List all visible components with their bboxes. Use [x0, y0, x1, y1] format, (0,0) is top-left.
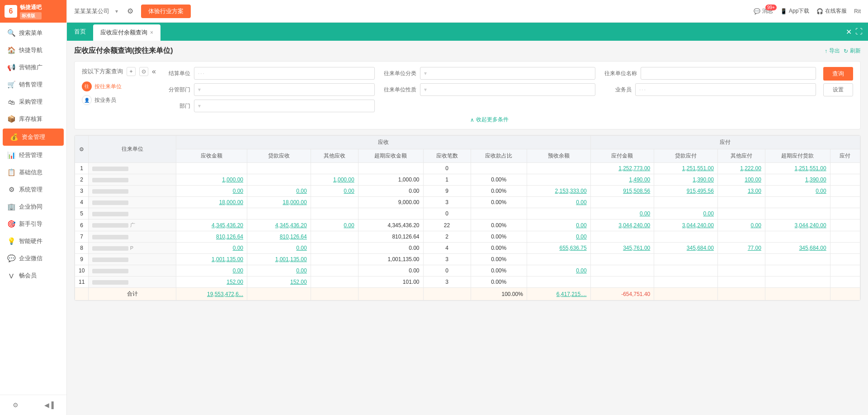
- sidebar-item-system[interactable]: ⚙系统管理: [0, 181, 66, 198]
- cell-ap-overdue-7[interactable]: 345,684.00: [765, 243, 830, 254]
- cell-ar-amount-3[interactable]: 18,000.00: [176, 197, 247, 208]
- total-ar-amount[interactable]: 19,553,472,6...: [176, 288, 247, 301]
- cell-ar-loan-9[interactable]: 0.00: [247, 265, 311, 277]
- export-btn[interactable]: ↑ 导出: [825, 47, 840, 55]
- header-company-dropdown[interactable]: ▾: [112, 7, 121, 16]
- tab-ar-query[interactable]: 应收应付余额查询 ×: [93, 24, 160, 41]
- sidebar-item-finance[interactable]: 💰资金管理: [3, 129, 64, 146]
- cell-ap-amount-4[interactable]: 0.00: [590, 208, 654, 219]
- header-msg-btn[interactable]: 💬 消息 99+: [754, 7, 773, 15]
- cell-ap-amount-2[interactable]: 915,508.56: [590, 186, 654, 197]
- cell-ar-loan-2[interactable]: 0.00: [247, 186, 311, 197]
- cell-ap-other-7[interactable]: 77.00: [717, 243, 765, 254]
- cell-ar-amount-6[interactable]: 810,126.64: [176, 231, 247, 243]
- cell-ap-other-0[interactable]: 1,222.00: [717, 163, 765, 174]
- cell-ap-overdue-2[interactable]: 0.00: [765, 186, 830, 197]
- header-gear-icon[interactable]: ⚙: [124, 5, 137, 18]
- cell-ar-prepaid-9[interactable]: 0.00: [527, 265, 590, 277]
- cell-ap-overdue-1[interactable]: 1,390.00: [765, 174, 830, 186]
- cell-ap-amount-0[interactable]: 1,252,773.00: [590, 163, 654, 174]
- cell-ap-loan-0[interactable]: 1,251,551.00: [654, 163, 718, 174]
- cell-ap-amount-1[interactable]: 1,490.00: [590, 174, 654, 186]
- cell-ap-overdue-5[interactable]: 3,044,240.00: [765, 219, 830, 231]
- query-btn[interactable]: 查询: [823, 67, 853, 81]
- header-service-btn[interactable]: 🎧 在线客服: [816, 7, 847, 15]
- cell-ar-loan-3[interactable]: 18,000.00: [247, 197, 311, 208]
- header-cta-button[interactable]: 体验行业方案: [141, 5, 191, 18]
- tab-close-btn[interactable]: ×: [150, 29, 153, 36]
- sidebar-item-sales[interactable]: 🛒销售管理: [0, 76, 66, 93]
- filter-by-staff[interactable]: 👤 按业务员: [82, 95, 156, 105]
- field-partner-name-input[interactable]: [641, 67, 816, 80]
- sidebar-item-guide[interactable]: 🎯新手引导: [0, 215, 66, 233]
- sidebar-item-inventory[interactable]: 📦库存核算: [0, 110, 66, 128]
- cell-ar-amount-10[interactable]: 152.00: [176, 277, 247, 288]
- field-dept-input[interactable]: ▾: [194, 83, 375, 96]
- sidebar-item-enterprise[interactable]: 🏢企业协同: [0, 198, 66, 215]
- logo-badge: 标准版: [20, 12, 42, 19]
- cell-ar-amount-9[interactable]: 0.00: [176, 265, 247, 277]
- field-department-input[interactable]: ▾: [194, 100, 375, 112]
- cell-ap-loan-2[interactable]: 915,495.56: [654, 186, 718, 197]
- cell-ar-amount-7[interactable]: 0.00: [176, 243, 247, 254]
- cell-ap-overdue-0[interactable]: 1,251,551.00: [765, 163, 830, 174]
- sidebar-item-purchase[interactable]: 🛍采购管理: [0, 93, 66, 110]
- tab-close-window-btn[interactable]: ✕: [846, 28, 852, 36]
- sidebar-item-basic-info[interactable]: 📋基础信息: [0, 164, 66, 181]
- total-ar-prepaid[interactable]: 6,417,215....: [527, 288, 590, 301]
- cell-ap-amount-7[interactable]: 345,761.00: [590, 243, 654, 254]
- field-partner-nature-input[interactable]: ▾: [420, 83, 595, 96]
- cell-ar-loan-10[interactable]: 152.00: [247, 277, 311, 288]
- cell-ap-loan-5[interactable]: 3,044,240.00: [654, 219, 718, 231]
- search-add-btn[interactable]: +: [127, 67, 136, 76]
- cell-ap-amount-5[interactable]: 3,044,240.00: [590, 219, 654, 231]
- sidebar-item-wechat[interactable]: 💬企业微信: [0, 250, 66, 267]
- cell-ar-prepaid-5[interactable]: 0.00: [527, 219, 590, 231]
- cell-ar-other-1[interactable]: 1,000.00: [311, 174, 358, 186]
- field-staff-input[interactable]: ···: [635, 83, 816, 96]
- cell-ar-loan-5[interactable]: 4,345,436.20: [247, 219, 311, 231]
- cell-ar-amount-2[interactable]: 0.00: [176, 186, 247, 197]
- cell-ar-amount-8[interactable]: 1,001,135.00: [176, 254, 247, 265]
- cell-ar-prepaid-3[interactable]: 0.00: [527, 197, 590, 208]
- cell-ar-prepaid-6[interactable]: 0.00: [527, 231, 590, 243]
- field-partner-cat-arrow: ▾: [424, 70, 427, 76]
- sidebar-settings-btn[interactable]: ⚙: [8, 399, 23, 411]
- header-user-btn[interactable]: Rit: [854, 8, 861, 14]
- tab-expand-btn[interactable]: ⛶: [855, 28, 863, 36]
- cell-ar-loan-6[interactable]: 810,126.64: [247, 231, 311, 243]
- collapse-more-btn[interactable]: ∧ 收起更多条件: [163, 116, 816, 124]
- search-settings-icon[interactable]: ⊙: [139, 67, 148, 76]
- header-app-btn[interactable]: 📱 App下载: [780, 7, 809, 15]
- cell-ar-loan-7[interactable]: 0.00: [247, 243, 311, 254]
- cell-ap-other-5[interactable]: 0.00: [717, 219, 765, 231]
- cell-ar-amount-1[interactable]: 1,000.00: [176, 174, 247, 186]
- sidebar-collapse-btn[interactable]: ◀▐: [40, 399, 58, 411]
- tab-home[interactable]: 首页: [67, 23, 93, 41]
- th-settings[interactable]: ⚙: [75, 136, 89, 163]
- settings-btn[interactable]: 设置: [823, 83, 853, 96]
- table-col-header-row: 应收金额 贷款应收 其他应收 超期应收金额 应收笔数 应收款占比 预收余额 应付…: [75, 149, 860, 163]
- sidebar-item-quick-nav[interactable]: 🏠快捷导航: [0, 42, 66, 59]
- cell-ar-loan-8[interactable]: 1,001,135.00: [247, 254, 311, 265]
- sidebar-item-search[interactable]: 🔍搜索菜单: [0, 24, 66, 42]
- cell-ap-loan-7[interactable]: 345,684.00: [654, 243, 718, 254]
- sidebar-item-member[interactable]: V畅会员: [0, 267, 66, 284]
- cell-ap-other-1[interactable]: 100.00: [717, 174, 765, 186]
- refresh-btn[interactable]: ↻ 刷新: [844, 47, 861, 55]
- filter-by-partner[interactable]: 往 按往来单位: [82, 81, 156, 91]
- field-partner-cat-input[interactable]: ▾: [420, 67, 595, 80]
- cell-ar-prepaid-2[interactable]: 2,153,333.00: [527, 186, 590, 197]
- cell-ap-loan-1[interactable]: 1,390.00: [654, 174, 718, 186]
- cell-ar-other-5[interactable]: 0.00: [311, 219, 358, 231]
- search-collapse-btn[interactable]: «: [152, 67, 156, 76]
- sidebar-item-operations[interactable]: 📊经营管理: [0, 147, 66, 164]
- sidebar-item-hardware[interactable]: 💡智能硬件: [0, 233, 66, 250]
- cell-ap-other-2[interactable]: 13.00: [717, 186, 765, 197]
- cell-ar-amount-5[interactable]: 4,345,436.20: [176, 219, 247, 231]
- cell-ap-loan-4[interactable]: 0.00: [654, 208, 718, 219]
- cell-ar-prepaid-7[interactable]: 655,636.75: [527, 243, 590, 254]
- sidebar-item-marketing[interactable]: 📢营销推广: [0, 59, 66, 76]
- cell-ar-other-2[interactable]: 0.00: [311, 186, 358, 197]
- field-settlement-input[interactable]: ···: [194, 67, 375, 80]
